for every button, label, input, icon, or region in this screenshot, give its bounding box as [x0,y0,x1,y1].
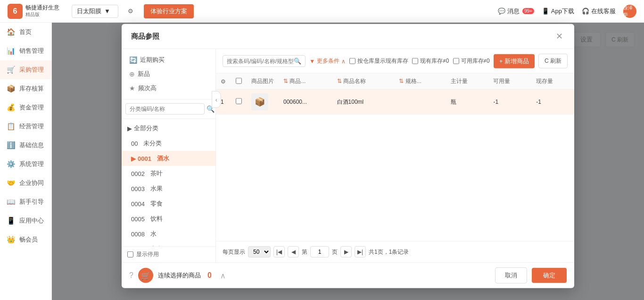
quick-filter-recent[interactable]: 🔄 近期购买 [125,53,212,67]
sidebar-item-members[interactable]: 👑 畅会员 [0,230,51,249]
modal-title: 商品参照 [131,32,553,41]
category-panel: 🔄 近期购买 ⊕ 新品 ★ 频次高 [122,49,216,262]
table-body: 1 📦 [216,89,574,114]
info-icon: ℹ️ [7,141,16,150]
star-icon: ★ [129,84,135,92]
table-row[interactable]: 1 📦 [216,89,574,114]
sidebar-item-system[interactable]: ⚙️ 系统管理 [0,155,51,174]
next-page-button[interactable]: ▶ [340,246,352,258]
product-search-input[interactable] [227,58,294,64]
cart-icon[interactable]: 🛒 [138,268,153,283]
th-check [231,74,247,90]
quick-filter-frequent[interactable]: ★ 频次高 [125,81,212,95]
cat-beverages[interactable]: 0005 饮料 [122,211,215,226]
th-settings: ⚙ [216,74,231,90]
sidebar-item-sales[interactable]: 📊 销售管理 [0,42,51,60]
headset-icon: 🎧 [582,8,589,15]
cat-liquor[interactable]: ▶ 0001 酒水 [122,151,215,166]
sidebar-item-apps[interactable]: 📱 应用中心 [0,211,51,230]
th-img: 商品图片 [247,74,279,90]
last-page-button[interactable]: ▶| [355,246,366,258]
filter-available-label[interactable]: 现有库存≠0 [412,57,449,65]
filter-icon: ▼ [309,58,315,64]
th-unit: 主计量 [446,74,489,90]
message-icon: 💬 [498,8,505,15]
cancel-button[interactable]: 取消 [495,267,527,283]
th-name: ⇅ 商品名称 [332,74,395,90]
help-icon[interactable]: ? [129,271,133,280]
settings-icon[interactable]: ⚙ [123,4,138,19]
apps-icon: 📱 [7,217,16,225]
table-settings-icon[interactable]: ⚙ [221,78,226,84]
sidebar-item-enterprise[interactable]: 🤝 企业协同 [0,174,51,192]
display-disabled: 显示停用 [122,246,215,262]
filter-warehouse-checkbox[interactable] [349,58,355,64]
confirm-button[interactable]: 确定 [532,268,567,283]
td-available: -1 [488,89,531,114]
category-search-input[interactable] [125,103,205,115]
display-disabled-checkbox[interactable] [127,251,133,258]
right-panel: 🔍 ▼ 更多条件 ∧ 按仓库显示现有库存 [216,49,574,262]
search-icon: 🔍 [294,58,301,65]
category-tree: ▶ 全部分类 00 未分类 ▶ 0001 酒水 [122,119,215,246]
sidebar-item-finance[interactable]: 💰 资金管理 [0,98,51,117]
quick-filter-new[interactable]: ⊕ 新品 [125,67,212,81]
filter-usable-label[interactable]: 可用库存≠0 [453,57,490,65]
modal-body: 🔄 近期购买 ⊕ 新品 ★ 频次高 [122,49,574,262]
filter-usable-checkbox[interactable] [453,58,459,64]
cat-tea[interactable]: 0002 茶叶 [122,166,215,181]
nav-app-download[interactable]: 📱 App下载 [542,7,574,16]
refresh-button[interactable]: C 刷新 [538,54,568,68]
more-filters-button[interactable]: ▼ 更多条件 ∧ [309,57,346,65]
select-all-checkbox[interactable] [236,77,242,83]
prev-page-button[interactable]: ◀ [288,246,299,258]
th-available: 可用量 [488,74,531,90]
filter-warehouse-label[interactable]: 按仓库显示现有库存 [349,57,408,65]
nav-support[interactable]: 🎧 在线客服 [582,7,616,16]
nav-user[interactable]: 徐泽华 [623,5,636,18]
modal-header: 商品参照 ✕ [122,24,574,49]
main-layout: 🏠 首页 📊 销售管理 🛒 采购管理 📦 库存核算 💰 资金管理 📋 经营管理 … [0,23,644,300]
cat-uncategorized[interactable]: 00 未分类 [122,136,215,151]
filter-available-checkbox[interactable] [412,58,418,64]
sidebar-item-home[interactable]: 🏠 首页 [0,23,51,42]
system-icon: ⚙️ [7,160,16,168]
th-stock: 现存量 [531,74,574,90]
sidebar-item-guide[interactable]: 📖 新手引导 [0,192,51,211]
collapse-up-icon[interactable]: ∧ [220,271,226,280]
page-size-select[interactable]: 50 [248,246,271,258]
nav-messages[interactable]: 💬 消息 99+ [498,7,534,16]
row-checkbox[interactable] [236,98,242,104]
quick-filters: 🔄 近期购买 ⊕ 新品 ★ 频次高 [122,49,215,100]
chevron-up-icon: ∧ [341,58,346,64]
th-code: ⇅ 商品... [279,74,332,90]
search-bar: 🔍 ▼ 更多条件 ∧ 按仓库显示现有库存 [216,49,574,74]
cat-water[interactable]: 0008 水 [122,226,215,242]
product-reference-modal: 商品参照 ✕ 🔄 近期购买 ⊕ 新品 [122,24,574,288]
sidebar-item-purchase[interactable]: 🛒 采购管理 [0,60,51,79]
collapse-button[interactable]: ‹ [212,91,221,108]
cat-appliances[interactable]: 0010 家电 [122,242,215,246]
table-header-row: ⚙ 商品图片 ⇅ [216,74,574,90]
first-page-button[interactable]: |◀ [273,246,285,258]
nav-selector[interactable]: 日太阳膜 ▼ [72,5,118,18]
sidebar-item-basic-info[interactable]: ℹ️ 基础信息 [0,136,51,155]
sidebar-item-operations[interactable]: 📋 经营管理 [0,117,51,136]
selected-text: 连续选择的商品 [158,271,201,280]
cat-snacks[interactable]: 0004 零食 [122,196,215,211]
logo-edition: 精品版 [25,11,59,18]
page-number-input[interactable] [310,246,329,258]
operations-icon: 📋 [7,122,16,131]
cat-all-arrow: ▶ [127,125,132,132]
phone-icon: 📱 [542,8,549,15]
total-info: 共1页，1条记录 [369,248,409,256]
modal-close-button[interactable]: ✕ [553,31,565,42]
trial-button[interactable]: 体验行业方案 [144,4,194,18]
sidebar-item-inventory[interactable]: 📦 库存核算 [0,79,51,98]
cat-all[interactable]: ▶ 全部分类 [122,121,215,136]
add-product-button[interactable]: + 新增商品 [494,54,535,68]
cat-fruit[interactable]: 0003 水果 [122,181,215,196]
pagination-bar: 每页显示 50 |◀ ◀ 第 页 ▶ ▶| 共1页，1条记录 [216,241,574,262]
message-badge: 99+ [522,8,534,14]
product-image: 📦 [251,93,268,110]
